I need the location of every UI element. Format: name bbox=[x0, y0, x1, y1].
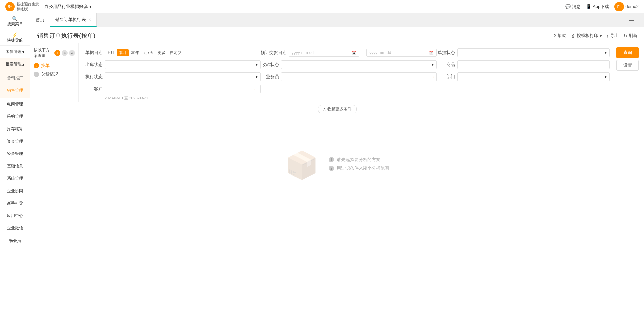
user-profile[interactable]: Ea demo2 bbox=[614, 2, 639, 11]
date-tab-current-year[interactable]: 本年 bbox=[129, 49, 141, 56]
scheme-item-2[interactable]: ○ 欠货情况 bbox=[34, 70, 75, 79]
sidebar-search[interactable]: 🔍 搜索菜单 bbox=[0, 13, 30, 30]
salesperson-more-icon: ··· bbox=[430, 74, 434, 79]
sidebar-item-sales[interactable]: 销售管理 bbox=[0, 84, 30, 97]
sidebar-item-member[interactable]: 畅会员 bbox=[0, 235, 30, 247]
chevron-down-icon: ▾ bbox=[89, 4, 92, 9]
export-icon: ↑ bbox=[607, 33, 609, 38]
date-tab-current-month[interactable]: 本月 bbox=[117, 49, 129, 56]
top-bar-left: 好 畅捷通好生意 标账版 办公用品行业模拟账套 ▾ bbox=[5, 2, 92, 11]
collapse-icon: ⊼ bbox=[323, 107, 326, 112]
content-area: 首页 销售订单执行表 × — ⛶ 销售订单执行表(按单) ? 帮助 bbox=[30, 13, 644, 310]
empty-illustration: 📦 bbox=[285, 150, 319, 181]
sidebar-item-marketing[interactable]: 营销推广 bbox=[0, 72, 30, 84]
message-button[interactable]: 💬 消息 bbox=[565, 4, 581, 10]
scheme-inactive-icon: ○ bbox=[34, 72, 39, 77]
page-content: 销售订单执行表(按单) ? 帮助 🖨 按模板打印 ▾ ↑ 导出 bbox=[30, 27, 644, 310]
expected-date-inputs: yyyy-mm-dd 📅 — yyyy-mm-dd 📅 bbox=[289, 49, 437, 57]
exec-status-select[interactable]: ▾ bbox=[105, 72, 261, 81]
sidebar-item-operations[interactable]: 经营管理 bbox=[0, 148, 30, 160]
app-selector[interactable]: 办公用品行业模拟账套 ▾ bbox=[44, 4, 92, 10]
tab-expand-icon[interactable]: ⛶ bbox=[637, 17, 641, 23]
sidebar-item-guide[interactable]: 新手引导 bbox=[0, 197, 30, 210]
sidebar-item-system[interactable]: 系统管理 bbox=[0, 172, 30, 185]
add-scheme-icon[interactable]: + bbox=[54, 50, 60, 56]
tab-close-icon[interactable]: × bbox=[89, 17, 91, 22]
sidebar-item-enterprise[interactable]: 企业协同 bbox=[0, 185, 30, 197]
help-button[interactable]: ? 帮助 bbox=[553, 33, 566, 39]
scheme-item-1[interactable]: ○ 按单 bbox=[34, 61, 75, 70]
scheme-active-icon: ○ bbox=[34, 63, 39, 68]
filter-delivery-status: 出库状态 ▾ bbox=[84, 59, 261, 71]
date-tab-last-month[interactable]: 上月 bbox=[105, 49, 116, 56]
date-tab-more[interactable]: 更多 bbox=[156, 49, 167, 56]
customer-select[interactable]: ··· bbox=[105, 85, 261, 93]
tab-minimize-icon[interactable]: — bbox=[629, 17, 634, 23]
filter-row-2: 出库状态 ▾ 收款状态 ▾ bbox=[84, 59, 613, 71]
filter-main: 单据日期 上月 本月 本年 近7天 更多 自定义 bbox=[79, 43, 613, 102]
product-select[interactable]: ··· bbox=[457, 60, 610, 69]
department-chevron-icon: ▾ bbox=[605, 74, 607, 79]
sidebar-item-inventory[interactable]: 库存核算 bbox=[0, 123, 30, 135]
avatar: Ea bbox=[614, 2, 624, 11]
tab-bar-right: — ⛶ bbox=[627, 13, 644, 27]
expected-date-to[interactable]: yyyy-mm-dd 📅 bbox=[366, 49, 437, 57]
logo-area: 好 畅捷通好生意 标账版 bbox=[5, 2, 39, 11]
help-icon: ? bbox=[553, 33, 556, 38]
sidebar-item-retail[interactable]: 零售管理 ▾ bbox=[0, 46, 30, 58]
tab-sales-order[interactable]: 销售订单执行表 × bbox=[50, 13, 97, 27]
sidebar-item-finance[interactable]: 资金管理 bbox=[0, 135, 30, 148]
page-header: 销售订单执行表(按单) ? 帮助 🖨 按模板打印 ▾ ↑ 导出 bbox=[30, 27, 644, 43]
chevron-down-icon: ▾ bbox=[22, 50, 24, 54]
sidebar-item-purchase[interactable]: 采购管理 bbox=[0, 110, 30, 123]
filter-exec-status: 执行状态 ▾ bbox=[84, 71, 261, 83]
date-tab-custom[interactable]: 自定义 bbox=[168, 49, 183, 56]
print-button[interactable]: 🖨 按模板打印 ▾ bbox=[571, 33, 602, 39]
refresh-button[interactable]: ↻ 刷新 bbox=[624, 33, 637, 39]
date-tab-7days[interactable]: 近7天 bbox=[142, 49, 155, 56]
sidebar-item-basic[interactable]: 基础信息 bbox=[0, 160, 30, 172]
filter-product: 商品 ··· bbox=[437, 59, 613, 71]
page-title: 销售订单执行表(按单) bbox=[37, 32, 95, 40]
collapse-button[interactable]: ⊼ 收起更多条件 bbox=[318, 105, 357, 113]
settings-button[interactable]: 设置 bbox=[616, 60, 639, 71]
filter-area: 按以下方案查询 + ✎ « ○ 按单 ○ bbox=[30, 43, 644, 116]
date-tabs-group: 上月 本月 本年 近7天 更多 自定义 bbox=[105, 49, 261, 56]
app-download-button[interactable]: 📱 App下载 bbox=[586, 4, 609, 10]
collapse-sidebar-icon[interactable]: « bbox=[69, 50, 75, 56]
empty-content: 📦 1 请先选择要分析的方案 2 用过滤条件来缩小分析范围 bbox=[285, 150, 389, 181]
filter-sidebar-header: 按以下方案查询 + ✎ « bbox=[34, 47, 75, 59]
status-select[interactable]: ▾ bbox=[457, 48, 610, 57]
sidebar-item-wechat[interactable]: 企业微信 bbox=[0, 222, 30, 235]
department-select[interactable]: ▾ bbox=[457, 72, 610, 81]
expected-date-from[interactable]: yyyy-mm-dd 📅 bbox=[289, 49, 359, 57]
calendar-from-icon: 📅 bbox=[352, 51, 356, 55]
query-button[interactable]: 查询 bbox=[616, 47, 639, 58]
main-layout: 🔍 搜索菜单 ⚡ 快捷导航 零售管理 ▾ 批发管理 ▴ 营销推广 销售管理 电商… bbox=[0, 13, 644, 310]
sidebar-item-wholesale[interactable]: 批发管理 ▴ bbox=[0, 58, 30, 70]
filter-row-4: 客户 ··· bbox=[84, 83, 613, 95]
date-separator: — bbox=[361, 50, 365, 55]
payment-status-select[interactable]: ▾ bbox=[281, 60, 437, 69]
filter-sidebar-panel: 按以下方案查询 + ✎ « ○ 按单 ○ bbox=[30, 43, 79, 102]
export-button[interactable]: ↑ 导出 bbox=[607, 33, 619, 39]
sidebar-item-apps[interactable]: 应用中心 bbox=[0, 210, 30, 222]
filter-customer: 客户 ··· bbox=[84, 83, 261, 95]
sidebar-item-ecommerce[interactable]: 电商管理 bbox=[0, 98, 30, 110]
edit-scheme-icon[interactable]: ✎ bbox=[62, 50, 68, 56]
sidebar-quick-nav[interactable]: ⚡ 快捷导航 bbox=[0, 30, 30, 46]
exec-status-chevron-icon: ▾ bbox=[256, 74, 258, 79]
delivery-status-select[interactable]: ▾ bbox=[105, 60, 261, 69]
filter-row-1: 单据日期 上月 本月 本年 近7天 更多 自定义 bbox=[84, 47, 613, 59]
tab-home[interactable]: 首页 bbox=[30, 13, 50, 27]
top-bar-right: 💬 消息 📱 App下载 Ea demo2 bbox=[565, 2, 639, 11]
tip-2-badge: 2 bbox=[329, 166, 334, 171]
date-range-hint: 2023-03-01 至 2023-03-31 bbox=[84, 95, 613, 102]
collapse-bar: ⊼ 收起更多条件 bbox=[30, 102, 644, 116]
salesperson-select[interactable]: ··· bbox=[281, 72, 437, 81]
tip-1-badge: 1 bbox=[329, 157, 334, 162]
payment-chevron-icon: ▾ bbox=[432, 62, 434, 67]
print-chevron-icon: ▾ bbox=[600, 33, 602, 38]
customer-more-icon: ··· bbox=[254, 87, 258, 91]
refresh-icon: ↻ bbox=[624, 33, 627, 38]
